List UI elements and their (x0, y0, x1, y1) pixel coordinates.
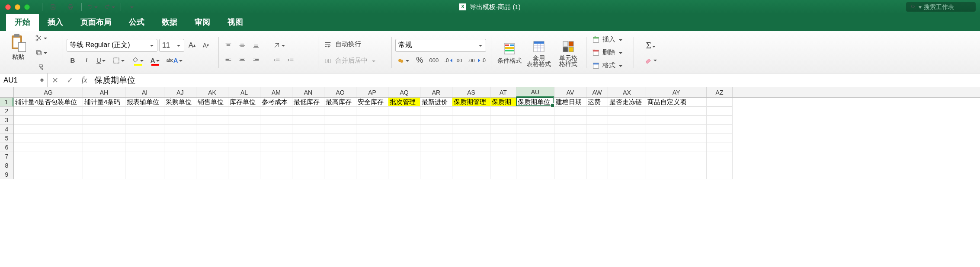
cell-AP9[interactable] (356, 170, 388, 179)
cell-AY8[interactable] (646, 161, 707, 170)
print-button[interactable] (63, 2, 78, 12)
cell-AL2[interactable] (228, 107, 260, 116)
merge-center-button[interactable]: 合并后居中 (322, 55, 391, 67)
cell-AY1[interactable]: 商品自定义项 (646, 98, 707, 107)
row-header-4[interactable]: 4 (0, 125, 13, 134)
tab-公式[interactable]: 公式 (120, 13, 153, 31)
cell-AZ1[interactable] (707, 98, 733, 107)
cell-AP7[interactable] (356, 152, 388, 161)
cell-AW2[interactable] (586, 107, 608, 116)
cell-AI4[interactable] (125, 125, 164, 134)
cell-AX9[interactable] (608, 170, 646, 179)
format-table-button[interactable]: 套用 表格格式 (524, 38, 554, 67)
increase-decimal-button[interactable]: .0.00 (442, 54, 464, 67)
cell-AT3[interactable] (490, 116, 516, 125)
cell-AH8[interactable] (83, 161, 125, 170)
column-header-AQ[interactable]: AQ (388, 87, 420, 97)
cell-reference-input[interactable] (3, 76, 34, 85)
cell-AM4[interactable] (260, 125, 292, 134)
cell-AJ2[interactable] (164, 107, 196, 116)
cell-AG3[interactable] (14, 116, 83, 125)
cell-AU8[interactable] (516, 161, 554, 170)
cell-AO9[interactable] (324, 170, 356, 179)
cell-AV8[interactable] (554, 161, 586, 170)
column-header-AW[interactable]: AW (586, 87, 608, 97)
cell-AO2[interactable] (324, 107, 356, 116)
cell-AT5[interactable] (490, 134, 516, 143)
cell-AX8[interactable] (608, 161, 646, 170)
name-box-stepper[interactable] (40, 76, 44, 84)
cell-AN4[interactable] (292, 125, 324, 134)
bold-button[interactable]: B (67, 54, 79, 67)
cell-AV1[interactable]: 建档日期 (554, 98, 586, 107)
cell-AI9[interactable] (125, 170, 164, 179)
column-header-AZ[interactable]: AZ (707, 87, 733, 97)
cell-AM9[interactable] (260, 170, 292, 179)
column-header-AP[interactable]: AP (356, 87, 388, 97)
cell-AU9[interactable] (516, 170, 554, 179)
column-header-AS[interactable]: AS (452, 87, 490, 97)
cell-AW1[interactable]: 运费 (586, 98, 608, 107)
cell-AY4[interactable] (646, 125, 707, 134)
column-header-AU[interactable]: AU (516, 87, 554, 97)
cell-AN5[interactable] (292, 134, 324, 143)
cell-styles-button[interactable]: 单元格 格样式 (554, 38, 583, 67)
cell-AR3[interactable] (420, 116, 452, 125)
italic-button[interactable]: I (80, 54, 93, 67)
cell-AY9[interactable] (646, 170, 707, 179)
percent-format-button[interactable]: % (413, 54, 426, 67)
cell-AG9[interactable] (14, 170, 83, 179)
cell-AP8[interactable] (356, 161, 388, 170)
underline-button[interactable]: U (94, 54, 109, 67)
tab-数据[interactable]: 数据 (153, 13, 186, 31)
cell-AO4[interactable] (324, 125, 356, 134)
column-header-AO[interactable]: AO (324, 87, 356, 97)
cell-AR6[interactable] (420, 143, 452, 152)
cell-AR7[interactable] (420, 152, 452, 161)
column-header-AX[interactable]: AX (608, 87, 646, 97)
cell-AX4[interactable] (608, 125, 646, 134)
cell-AR4[interactable] (420, 125, 452, 134)
cell-AH7[interactable] (83, 152, 125, 161)
cell-AZ7[interactable] (707, 152, 733, 161)
search-box[interactable]: ▾ (906, 2, 976, 12)
cell-AJ9[interactable] (164, 170, 196, 179)
cell-AS5[interactable] (452, 134, 490, 143)
column-header-AG[interactable]: AG (14, 87, 83, 97)
tab-页面布局[interactable]: 页面布局 (72, 13, 120, 31)
column-header-AM[interactable]: AM (260, 87, 292, 97)
delete-cells-button[interactable]: 删除 (590, 47, 631, 59)
cell-AJ6[interactable] (164, 143, 196, 152)
cell-AL5[interactable] (228, 134, 260, 143)
decrease-decimal-button[interactable]: .00.0 (466, 54, 488, 67)
customize-qat-button[interactable] (125, 2, 139, 12)
cell-AN1[interactable]: 最低库存 (292, 98, 324, 107)
cell-AN8[interactable] (292, 161, 324, 170)
cell-AX7[interactable] (608, 152, 646, 161)
tab-视图[interactable]: 视图 (219, 13, 252, 31)
cell-AT6[interactable] (490, 143, 516, 152)
cell-AS1[interactable]: 保质期管理 (452, 98, 490, 107)
cell-AK7[interactable] (196, 152, 228, 161)
undo-button[interactable] (85, 2, 100, 12)
clear-button[interactable] (637, 54, 665, 66)
font-color-button[interactable]: A (148, 54, 163, 67)
wrap-text-button[interactable]: 自动换行 (322, 38, 387, 51)
cell-AK6[interactable] (196, 143, 228, 152)
cell-AO8[interactable] (324, 161, 356, 170)
cell-AZ9[interactable] (707, 170, 733, 179)
number-format-combo[interactable]: 常规 (395, 39, 486, 52)
align-bottom-button[interactable] (250, 39, 262, 51)
cell-AH6[interactable] (83, 143, 125, 152)
cell-AL3[interactable] (228, 116, 260, 125)
cell-AK9[interactable] (196, 170, 228, 179)
cell-AS7[interactable] (452, 152, 490, 161)
cell-AI2[interactable] (125, 107, 164, 116)
column-header-AV[interactable]: AV (554, 87, 586, 97)
format-painter-button[interactable] (33, 61, 50, 73)
cell-AH2[interactable] (83, 107, 125, 116)
cell-AJ4[interactable] (164, 125, 196, 134)
cell-AL8[interactable] (228, 161, 260, 170)
cell-AW8[interactable] (586, 161, 608, 170)
cell-AZ3[interactable] (707, 116, 733, 125)
